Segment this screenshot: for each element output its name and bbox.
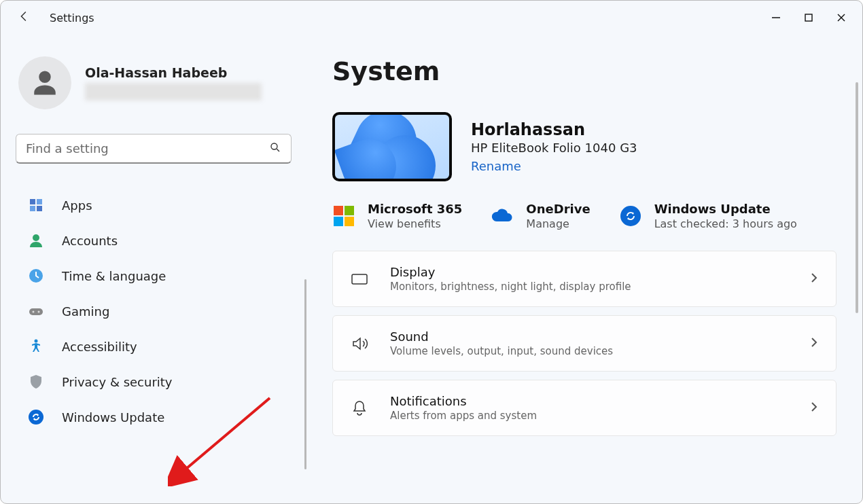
card-sub: Monitors, brightness, night light, displ… [390, 281, 788, 293]
sidebar-item-windows-update[interactable]: Windows Update [16, 400, 292, 434]
time-language-icon [28, 268, 44, 284]
notifications-icon [349, 398, 370, 418]
chevron-right-icon [809, 401, 820, 415]
card-notifications[interactable]: Notifications Alerts from apps and syste… [332, 380, 836, 436]
promo-onedrive[interactable]: OneDrive Manage [491, 202, 590, 230]
svg-point-13 [33, 311, 35, 313]
promo-title: Microsoft 365 [368, 202, 462, 216]
sidebar-item-label: Windows Update [62, 410, 164, 425]
search-input[interactable]: Find a setting [16, 134, 292, 164]
settings-window: Settings Ola-Hassan Habeeb [0, 0, 863, 504]
sidebar-item-label: Accounts [62, 234, 118, 248]
card-title: Sound [390, 329, 788, 344]
profile-name: Ola-Hassan Habeeb [85, 65, 262, 80]
sidebar-item-accounts[interactable]: Accounts [16, 223, 292, 257]
page-title: System [332, 56, 836, 86]
apps-icon [28, 197, 44, 213]
avatar [18, 56, 71, 109]
sidebar-item-label: Accessibility [62, 340, 137, 354]
window-controls [760, 4, 857, 31]
promo-row: Microsoft 365 View benefits OneDrive Man… [332, 202, 836, 230]
promo-windows-update[interactable]: Windows Update Last checked: 3 hours ago [619, 202, 797, 230]
svg-rect-1 [805, 14, 812, 21]
sidebar-item-apps[interactable]: Apps [16, 188, 292, 222]
card-title: Notifications [390, 394, 788, 408]
minimize-button[interactable] [760, 4, 792, 31]
settings-cards: Display Monitors, brightness, night ligh… [332, 251, 836, 436]
sidebar: Ola-Hassan Habeeb Find a setting Apps [1, 35, 306, 503]
card-sound[interactable]: Sound Volume levels, output, input, soun… [332, 315, 836, 372]
promo-title: OneDrive [526, 202, 590, 216]
display-icon [349, 269, 370, 289]
svg-line-5 [277, 149, 279, 151]
svg-point-4 [271, 143, 277, 149]
privacy-security-icon [28, 374, 44, 390]
svg-point-15 [35, 340, 38, 343]
accessibility-icon [28, 338, 44, 355]
sound-icon [349, 334, 370, 354]
promo-sub: Last checked: 3 hours ago [654, 217, 797, 230]
promo-sub: View benefits [368, 217, 462, 230]
profile-block[interactable]: Ola-Hassan Habeeb [16, 47, 292, 130]
windows-update-promo-icon [619, 204, 642, 228]
body: Ola-Hassan Habeeb Find a setting Apps [1, 35, 862, 503]
sidebar-item-label: Privacy & security [62, 375, 173, 389]
sidebar-item-privacy-security[interactable]: Privacy & security [16, 365, 292, 399]
search-icon [269, 141, 281, 156]
promo-title: Windows Update [654, 202, 797, 216]
device-info: Horlahassan HP EliteBook Folio 1040 G3 R… [471, 120, 637, 173]
chevron-right-icon [809, 337, 820, 350]
onedrive-icon [491, 204, 514, 228]
svg-rect-8 [30, 206, 35, 211]
svg-rect-9 [37, 206, 42, 211]
main-scrollbar[interactable] [856, 82, 858, 313]
svg-point-10 [33, 234, 39, 241]
accounts-icon [28, 232, 44, 249]
sidebar-item-label: Apps [62, 198, 92, 213]
sidebar-item-gaming[interactable]: Gaming [16, 294, 292, 328]
back-icon[interactable] [17, 9, 32, 26]
device-name: Horlahassan [471, 120, 637, 139]
promo-microsoft-365[interactable]: Microsoft 365 View benefits [332, 202, 462, 230]
svg-point-16 [29, 410, 43, 425]
card-title: Display [390, 265, 788, 279]
card-sub: Volume levels, output, input, sound devi… [390, 345, 788, 357]
main-content: System Horlahassan HP EliteBook Folio 10… [306, 35, 862, 503]
sidebar-item-time-language[interactable]: Time & language [16, 259, 292, 293]
maximize-button[interactable] [793, 4, 824, 31]
svg-rect-6 [30, 199, 35, 204]
device-wallpaper-thumb[interactable] [332, 112, 452, 181]
svg-rect-17 [352, 274, 367, 284]
card-sub: Alerts from apps and system [390, 410, 788, 422]
device-row: Horlahassan HP EliteBook Folio 1040 G3 R… [332, 112, 836, 181]
rename-link[interactable]: Rename [471, 159, 637, 173]
profile-email-redacted [85, 83, 262, 101]
device-model: HP EliteBook Folio 1040 G3 [471, 141, 637, 155]
search-placeholder: Find a setting [26, 141, 109, 156]
chevron-right-icon [809, 272, 820, 286]
svg-rect-12 [29, 308, 43, 315]
titlebar-left: Settings [17, 9, 94, 26]
gaming-icon [28, 303, 44, 319]
sidebar-item-label: Gaming [62, 304, 109, 319]
card-display[interactable]: Display Monitors, brightness, night ligh… [332, 251, 836, 307]
app-title: Settings [50, 12, 94, 24]
promo-sub: Manage [526, 217, 590, 230]
microsoft-365-icon [332, 204, 355, 228]
windows-update-icon [28, 409, 44, 425]
svg-point-14 [38, 311, 40, 313]
sidebar-item-accessibility[interactable]: Accessibility [16, 329, 292, 363]
svg-rect-7 [37, 199, 42, 204]
profile-text: Ola-Hassan Habeeb [85, 65, 262, 101]
nav-list: Apps Accounts Time & language [16, 188, 292, 434]
close-button[interactable] [826, 4, 857, 31]
sidebar-item-label: Time & language [62, 269, 166, 283]
titlebar: Settings [1, 1, 862, 35]
